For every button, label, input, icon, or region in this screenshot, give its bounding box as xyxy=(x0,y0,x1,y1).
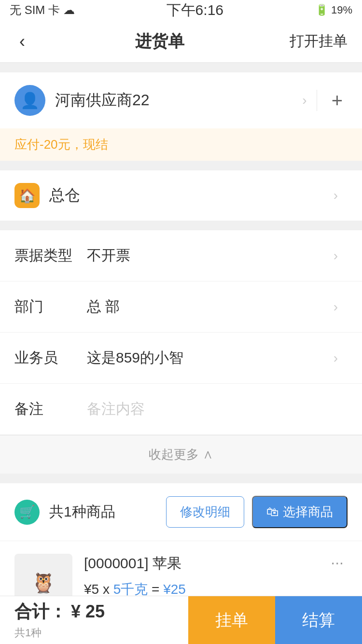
warehouse-icon: 🏠 xyxy=(14,183,40,208)
select-product-button[interactable]: 🛍 选择商品 xyxy=(252,496,348,528)
product-name: [0000001] 苹果 xyxy=(84,554,327,574)
open-pending-button[interactable]: 打开挂单 xyxy=(290,31,348,51)
bottom-bar: 合计： ¥ 25 共1种 挂单 结算 xyxy=(0,596,362,644)
supplier-section: 👤 河南供应商22 › + 应付-20元，现结 xyxy=(0,72,362,161)
product-unit-price: ¥5 xyxy=(84,582,99,597)
chevron-right-icon: › xyxy=(302,93,306,108)
salesperson-value: 这是859的小智 xyxy=(82,348,334,368)
product-count-text: 共1种商品 xyxy=(49,502,166,522)
summary-count: 共1种 xyxy=(14,626,174,640)
collapse-bar[interactable]: 收起更多 ∧ xyxy=(0,435,362,474)
supplier-divider xyxy=(317,90,317,111)
supplier-row[interactable]: 👤 河南供应商22 › + xyxy=(0,72,362,128)
product-quantity: 5千克 xyxy=(113,582,148,597)
supplier-name: 河南供应商22 xyxy=(55,90,302,111)
section-gap-1 xyxy=(0,63,362,72)
invoice-type-value: 不开票 xyxy=(82,246,334,266)
select-product-icon: 🛍 xyxy=(266,504,279,519)
total-amount: ¥ 25 xyxy=(71,602,105,621)
department-label: 部门 xyxy=(14,297,82,317)
form-section: 票据类型 不开票 › 部门 总 部 › 业务员 这是859的小智 › 备注 备注… xyxy=(0,230,362,474)
pending-button[interactable]: 挂单 xyxy=(188,596,275,644)
summary-info: 合计： ¥ 25 共1种 xyxy=(0,600,188,640)
notice-bar: 应付-20元，现结 xyxy=(0,128,362,161)
status-bar: 无 SIM 卡 ☁ 下午6:16 🔋 19% xyxy=(0,0,362,20)
sim-status: 无 SIM 卡 ☁ xyxy=(10,2,75,18)
remark-value: 备注内容 xyxy=(82,399,348,419)
invoice-type-row[interactable]: 票据类型 不开票 › xyxy=(0,230,362,281)
collapse-text: 收起更多 ∧ xyxy=(149,447,213,462)
section-gap-4 xyxy=(0,474,362,483)
warehouse-section: 🏠 总仓 › xyxy=(0,170,362,221)
battery-icon: 🔋 xyxy=(315,4,328,16)
warehouse-chevron-icon: › xyxy=(334,188,338,203)
status-time: 下午6:16 xyxy=(167,0,223,20)
page-title: 进货单 xyxy=(135,30,184,53)
back-button[interactable]: ‹ xyxy=(14,27,30,56)
cart-icon: 🛒 xyxy=(19,504,35,519)
section-gap-2 xyxy=(0,161,362,170)
department-value: 总 部 xyxy=(82,297,334,317)
product-more-button[interactable]: ··· xyxy=(327,554,348,572)
select-product-label: 选择商品 xyxy=(283,504,333,520)
section-gap-3 xyxy=(0,221,362,230)
product-header: 🛒 共1种商品 修改明细 🛍 选择商品 xyxy=(0,483,362,541)
remark-label: 备注 xyxy=(14,399,82,419)
edit-detail-button[interactable]: 修改明细 xyxy=(166,496,244,528)
nav-bar: ‹ 进货单 打开挂单 xyxy=(0,20,362,63)
department-row[interactable]: 部门 总 部 › xyxy=(0,281,362,333)
salesperson-label: 业务员 xyxy=(14,348,82,368)
battery-level: 19% xyxy=(331,4,352,16)
product-thumb-icon: 🦉 xyxy=(31,572,56,594)
invoice-chevron-icon: › xyxy=(334,248,338,264)
total-label: 合计： xyxy=(14,602,67,621)
product-count-icon: 🛒 xyxy=(14,500,40,525)
salesperson-chevron-icon: › xyxy=(334,350,338,366)
summary-total: 合计： ¥ 25 xyxy=(14,600,174,624)
add-button[interactable]: + xyxy=(327,90,348,112)
warehouse-icon-symbol: 🏠 xyxy=(19,188,36,204)
department-chevron-icon: › xyxy=(334,299,338,315)
remark-row[interactable]: 备注 备注内容 xyxy=(0,384,362,435)
notice-text: 应付-20元，现结 xyxy=(14,137,108,152)
product-equals: = xyxy=(152,582,163,597)
status-right: 🔋 19% xyxy=(315,4,352,16)
warehouse-name: 总仓 xyxy=(49,185,334,206)
supplier-avatar: 👤 xyxy=(14,85,45,116)
avatar-icon: 👤 xyxy=(20,91,40,110)
settle-button[interactable]: 结算 xyxy=(275,596,362,644)
salesperson-row[interactable]: 业务员 这是859的小智 › xyxy=(0,333,362,384)
invoice-type-label: 票据类型 xyxy=(14,246,82,266)
warehouse-row[interactable]: 🏠 总仓 › xyxy=(0,170,362,221)
product-total: ¥25 xyxy=(163,582,186,597)
product-multiply: x xyxy=(103,582,113,597)
product-info: [0000001] 苹果 ¥5 x 5千克 = ¥25 xyxy=(84,554,327,599)
status-left: 无 SIM 卡 ☁ xyxy=(10,2,75,18)
